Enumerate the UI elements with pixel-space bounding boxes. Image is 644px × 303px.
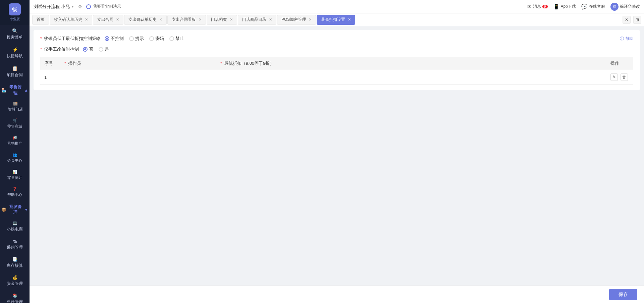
retail-icon: 🏪: [1, 88, 6, 93]
tab-close-icon[interactable]: ✕: [269, 17, 272, 22]
topbar-settings-icon[interactable]: ⚙: [78, 4, 82, 10]
sidebar-item-retail-stat[interactable]: 📊 零售统计: [0, 166, 30, 184]
app-download-button[interactable]: 📱 App下载: [553, 4, 576, 10]
save-button[interactable]: 保存: [609, 289, 637, 300]
tab-close-icon[interactable]: ✕: [348, 17, 351, 22]
tab-close-icon[interactable]: ✕: [230, 17, 233, 22]
sidebar-item-label: 采购管理: [7, 245, 23, 250]
radio-circle-forbid: [169, 36, 174, 41]
sidebar-item-label: 快捷导航: [7, 53, 23, 59]
tab-store-file[interactable]: 门店档案 ✕: [207, 15, 237, 25]
help-link[interactable]: ⓘ 帮助: [620, 36, 633, 42]
message-button[interactable]: ✉ 消息 9: [527, 4, 548, 10]
tab-label: 支出合同: [97, 17, 113, 22]
sidebar-item-search[interactable]: 🔍 搜索菜单: [0, 25, 30, 44]
topbar: 测试分开流程-小兄 ▾ ⚙ 我要看实例演示 ✉ 消息 9 📱 App下载 💬 在…: [30, 0, 644, 13]
sidebar-item-label: 帮助中心: [7, 192, 22, 197]
demo-label: 我要看实例演示: [93, 4, 121, 9]
tab-pos-pass[interactable]: POS加密管理 ✕: [277, 15, 316, 25]
project-selector[interactable]: 测试分开流程-小兄 ▾: [34, 4, 74, 10]
sidebar-item-ecommerce[interactable]: 💻 小畅电商: [0, 217, 30, 236]
demo-link[interactable]: 我要看实例演示: [86, 4, 121, 9]
smart-store-icon: 🏬: [13, 101, 18, 106]
sidebar-section-wholesale[interactable]: 📦 批发管理 ▼: [0, 201, 30, 217]
ledger-icon: 📚: [12, 293, 17, 298]
sidebar-item-inventory[interactable]: 📑 库存核算: [0, 254, 30, 272]
radio-no[interactable]: 否: [83, 46, 93, 52]
sidebar-item-label: 会员中心: [7, 158, 22, 163]
cell-operator[interactable]: [60, 70, 216, 85]
tab-close-icon[interactable]: ✕: [85, 17, 88, 22]
sidebar-item-fund[interactable]: 💰 资金管理: [0, 272, 30, 290]
sidebar-item-smart-store[interactable]: 🏬 智慧门店: [0, 98, 30, 115]
inventory-icon: 📑: [12, 257, 17, 262]
help-icon: ❓: [12, 187, 17, 191]
sidebar-item-label: 资金管理: [7, 281, 23, 287]
sidebar-item-label: 零售统计: [7, 175, 22, 180]
settings-card: * 收银员低于最低折扣控制策略 不控制 提示 密码: [34, 30, 640, 90]
tab-income-confirm[interactable]: 收入确认单历史 ✕: [50, 15, 92, 25]
tab-label: 支出合同看板: [172, 17, 196, 22]
project-name: 测试分开流程-小兄: [34, 4, 70, 10]
radio-circle-no-control: [105, 36, 109, 41]
tab-pay-board[interactable]: 支出合同看板 ✕: [167, 15, 206, 25]
radio-circle-no: [83, 47, 88, 52]
radio-yes[interactable]: 是: [99, 46, 109, 52]
sidebar-item-ledger[interactable]: 📚 总账管理: [0, 290, 30, 303]
radio-circle-remind: [129, 36, 134, 41]
tab-pay-confirm[interactable]: 支出确认单历史 ✕: [124, 15, 167, 25]
app-version: 专业版: [10, 17, 20, 21]
col-operator-header: * 操作员: [60, 57, 216, 70]
sidebar-item-help-center[interactable]: ❓ 帮助中心: [0, 184, 30, 201]
tab-close-icon[interactable]: ✕: [159, 17, 162, 22]
wholesale-icon: 📦: [1, 207, 6, 212]
radio-remind[interactable]: 提示: [129, 36, 144, 42]
col-discount-header: * 最低折扣（9.00等于9折）: [216, 57, 606, 70]
message-label: 消息: [533, 4, 541, 9]
tab-label: 支出确认单历史: [128, 17, 157, 22]
sidebar-section-retail[interactable]: 🏪 零售管理 ▲: [0, 81, 30, 98]
sidebar-item-marketing[interactable]: 📢 营销推广: [0, 132, 30, 149]
radio-forbid[interactable]: 禁止: [169, 36, 184, 42]
project-chevron-icon: ▾: [72, 4, 74, 9]
tabs-actions: ✕ ⊞: [623, 16, 641, 24]
manual-control-radio-group: 否 是: [83, 46, 109, 52]
sidebar-item-label: 营销推广: [7, 141, 22, 146]
cell-discount[interactable]: [216, 70, 606, 85]
purchase-icon: 🛍: [13, 239, 17, 244]
cashier-control-row: * 收银员低于最低折扣控制策略 不控制 提示 密码: [40, 36, 633, 42]
sidebar-item-shortcut[interactable]: ⚡ 快捷导航: [0, 44, 30, 62]
sidebar-item-label: 项目合同: [7, 72, 23, 78]
member-icon: 👥: [12, 153, 17, 157]
sidebar-item-purchase[interactable]: 🛍 采购管理: [0, 236, 30, 254]
row-delete-button[interactable]: 🗑: [621, 73, 628, 81]
retail-stat-icon: 📊: [12, 170, 17, 174]
app-download-label: App下载: [561, 4, 576, 9]
tab-label: 最低折扣设置: [321, 17, 345, 22]
radio-password[interactable]: 密码: [149, 36, 164, 42]
col-seq-header: 序号: [40, 57, 60, 70]
discount-table: 序号 * 操作员 * 最低折扣（9.00等于9折） 操作: [40, 57, 633, 85]
tab-pay-contract[interactable]: 支出合同 ✕: [93, 15, 123, 25]
tab-close-button[interactable]: ✕: [623, 16, 631, 24]
radio-circle-password: [149, 36, 154, 41]
tab-close-icon[interactable]: ✕: [309, 17, 312, 22]
sidebar: 畅 专业版 🔍 搜索菜单 ⚡ 快捷导航 📋 项目合同 🏪 零售管理 ▲ 🏬 智慧…: [0, 0, 30, 303]
tab-home[interactable]: 首页: [32, 15, 49, 25]
tab-more-button[interactable]: ⊞: [633, 16, 641, 24]
tab-label: POS加密管理: [281, 17, 306, 22]
tab-close-icon[interactable]: ✕: [199, 17, 202, 22]
sidebar-item-project[interactable]: 📋 项目合同: [0, 62, 30, 81]
cashier-control-radio-group: 不控制 提示 密码 禁止: [105, 36, 184, 42]
sidebar-item-retail-mall[interactable]: 🛒 零售商城: [0, 115, 30, 132]
service-icon: 💬: [581, 4, 588, 10]
tab-min-discount[interactable]: 最低折扣设置 ✕: [317, 15, 355, 25]
radio-no-control[interactable]: 不控制: [105, 36, 124, 42]
user-profile[interactable]: 徐 徐泽华修改: [610, 3, 640, 11]
online-service-button[interactable]: 💬 在线客服: [581, 4, 605, 10]
tab-store-goods[interactable]: 门店商品目录 ✕: [238, 15, 276, 25]
sidebar-item-member[interactable]: 👥 会员中心: [0, 149, 30, 166]
user-name: 徐泽华修改: [620, 4, 640, 9]
row-edit-button[interactable]: ✎: [610, 73, 618, 81]
tab-close-icon[interactable]: ✕: [116, 17, 119, 22]
